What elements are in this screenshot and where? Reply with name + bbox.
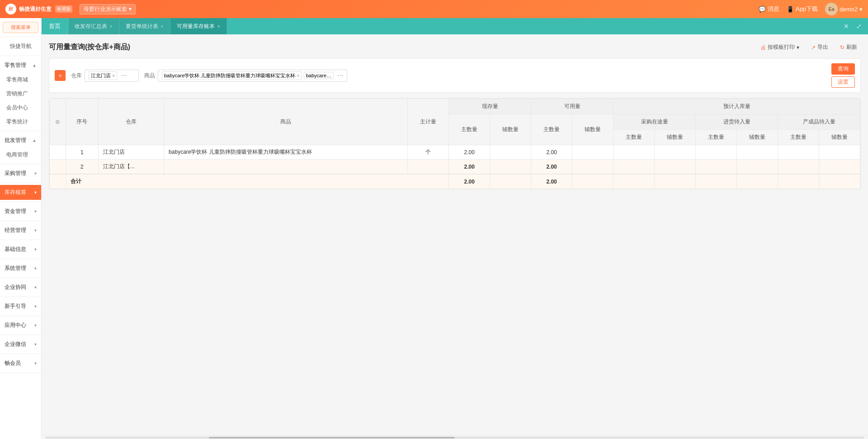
refresh-btn[interactable]: ↻ 刷新 — [836, 42, 861, 53]
sidebar-section-header-enterprise[interactable]: 企业协同 ▾ — [0, 280, 41, 295]
table-row: 1 江北门店 babycare学饮杯 儿童防摔防撞吸管杯重力球吸嘴杯宝宝水杯 个… — [50, 145, 860, 160]
sidebar-item-retail-mall[interactable]: 零售商城 — [0, 73, 41, 87]
scroll-track[interactable] — [45, 437, 864, 439]
tab-close-icon[interactable]: × — [217, 24, 220, 29]
expand-icon: » — [59, 72, 62, 79]
account-selector[interactable]: 母婴行业演示账套 ▾ — [80, 4, 136, 14]
th-avail-sub: 辅数量 — [572, 114, 613, 145]
close-window-btn[interactable]: ✕ — [841, 21, 852, 32]
sidebar-item-quick-nav[interactable]: 快捷导航 — [0, 39, 41, 54]
summary-settings-cell — [50, 174, 66, 189]
chevron-down-icon: ▾ — [34, 285, 37, 290]
filter-expand-btn[interactable]: » — [55, 70, 66, 81]
data-table-container: ⚙ 序号 仓库 商品 主计量 现存量 可用量 预计入库量 主数量 — [49, 98, 861, 189]
cell-purchase-sub — [655, 145, 696, 160]
sidebar-item-retail-stats[interactable]: 零售统计 — [0, 115, 41, 129]
chevron-down-icon: ▾ — [34, 361, 37, 366]
cell-avail-main: 2.00 — [531, 160, 572, 175]
chevron-up-icon: ▲ — [32, 138, 37, 143]
settings-btn[interactable]: 设置 — [831, 76, 855, 88]
scroll-thumb[interactable] — [209, 437, 455, 439]
product-more-btn[interactable]: ··· — [337, 72, 343, 79]
settings-icon[interactable]: ⚙ — [55, 119, 60, 125]
th-production-sub: 辅数量 — [819, 130, 860, 145]
summary-production-sub — [819, 174, 860, 189]
sidebar-section-header-app-center[interactable]: 应用中心 ▾ — [0, 318, 41, 333]
chevron-down-icon: ▾ — [859, 6, 863, 13]
cell-incoming-sub — [737, 160, 778, 175]
sidebar-section-wechat: 企业微信 ▾ — [0, 335, 41, 354]
th-production-main: 主数量 — [778, 130, 819, 145]
cell-main-unit: 个 — [408, 145, 449, 160]
product-input[interactable]: babycare学饮杯 儿童防摔防撞吸管杯重力球吸嘴杯宝宝水杯 × babyca… — [158, 70, 347, 82]
sidebar-item-member-center[interactable]: 会员中心 — [0, 101, 41, 115]
logo-icon: 好 — [5, 4, 16, 14]
sidebar-item-marketing[interactable]: 营销推广 — [0, 87, 41, 101]
tab-stock-summary[interactable]: 收发存汇总表 × — [68, 18, 119, 34]
cell-no: 2 — [66, 160, 99, 175]
sidebar-section-header-finance[interactable]: 资金管理 ▾ — [0, 204, 41, 219]
sidebar-section-header-wholesale[interactable]: 批发管理 ▲ — [0, 133, 41, 148]
sidebar-section-header-basic-info[interactable]: 基础信息 ▾ — [0, 242, 41, 257]
sidebar-section-finance: 资金管理 ▾ — [0, 202, 41, 221]
print-btn[interactable]: 🖨 按模板打印 ▾ — [757, 42, 803, 53]
th-production-label: 产成品待入量 — [778, 114, 860, 130]
sidebar-section-header-inventory[interactable]: 库存核算 ▾ — [0, 185, 41, 200]
cell-avail-sub — [572, 145, 613, 160]
user-menu[interactable]: Ea demo2 ▾ — [825, 3, 863, 15]
app-download-btn[interactable]: 📱 App下载 — [787, 5, 818, 13]
tab-close-icon[interactable]: × — [110, 24, 113, 29]
th-warehouse: 仓库 — [98, 99, 164, 145]
remove-product-tag-1-btn[interactable]: × — [297, 73, 299, 78]
tab-home[interactable]: 首页 — [42, 18, 68, 34]
sidebar-section-header-member[interactable]: 畅会员 ▾ — [0, 356, 41, 371]
query-btn[interactable]: 查询 — [831, 63, 855, 75]
tab-close-icon[interactable]: × — [161, 24, 164, 29]
sidebar-section-header-wechat[interactable]: 企业微信 ▾ — [0, 337, 41, 352]
sidebar-quick-nav: 快捷导航 — [0, 37, 41, 56]
page-actions: 🖨 按模板打印 ▾ ↗ 导出 ↻ 刷新 — [757, 42, 861, 53]
top-bar-right: 💬 消息 📱 App下载 Ea demo2 ▾ — [759, 3, 863, 15]
chevron-down-icon: ▾ — [34, 304, 37, 309]
export-btn[interactable]: ↗ 导出 — [807, 42, 832, 53]
th-main-unit: 主计量 — [408, 99, 449, 145]
search-menu-btn[interactable]: 搜索菜单 — [3, 22, 38, 33]
summary-purchase-main — [613, 174, 655, 189]
horizontal-scrollbar[interactable] — [42, 435, 868, 439]
cell-incoming-main — [696, 145, 737, 160]
download-icon: 📱 — [787, 6, 794, 13]
print-icon: 🖨 — [760, 44, 766, 51]
th-no: 序号 — [66, 99, 99, 145]
sidebar-section-retail: 零售管理 ▲ 零售商城 营销推广 会员中心 零售统计 — [0, 56, 41, 131]
tab-order-stats[interactable]: 要货单统计表 × — [119, 18, 170, 34]
sidebar-section-wholesale: 批发管理 ▲ 电商管理 — [0, 131, 41, 164]
message-btn[interactable]: 💬 消息 — [759, 5, 779, 13]
warehouse-input[interactable]: 江北门店 × ··· — [85, 70, 139, 82]
th-incoming-main: 主数量 — [696, 130, 737, 145]
th-forecast-group: 预计入库量 — [613, 99, 860, 114]
sidebar-section-header-retail[interactable]: 零售管理 ▲ — [0, 58, 41, 73]
maximize-icon: ⤢ — [856, 23, 862, 30]
sidebar-section-basic-info: 基础信息 ▾ — [0, 240, 41, 259]
summary-label-cell: 合计 — [66, 174, 449, 189]
sidebar-section-header-operations[interactable]: 经营管理 ▾ — [0, 223, 41, 238]
sidebar-section-header-system[interactable]: 系统管理 ▾ — [0, 261, 41, 276]
summary-incoming-main — [696, 174, 737, 189]
summary-row: 合计 2.00 2.00 — [50, 174, 860, 189]
maximize-window-btn[interactable]: ⤢ — [854, 21, 864, 32]
chevron-down-icon: ▾ — [34, 228, 37, 233]
sidebar-item-ecommerce[interactable]: 电商管理 — [0, 148, 41, 162]
cell-production-main — [778, 160, 819, 175]
cell-purchase-sub — [655, 160, 696, 175]
tab-available-inventory[interactable]: 可用量库存账本 × — [170, 18, 227, 34]
cell-incoming-sub — [737, 145, 778, 160]
warehouse-more-btn[interactable]: ··· — [121, 72, 127, 79]
chevron-down-icon: ▾ — [34, 323, 37, 328]
sidebar-section-header-guide[interactable]: 新手引导 ▾ — [0, 299, 41, 314]
sidebar-section-header-purchase[interactable]: 采购管理 ▾ — [0, 166, 41, 181]
warehouse-filter: 仓库 江北门店 × ··· — [71, 70, 139, 82]
remove-warehouse-tag-btn[interactable]: × — [112, 73, 115, 78]
product-filter: 商品 babycare学饮杯 儿童防摔防撞吸管杯重力球吸嘴杯宝宝水杯 × bab… — [144, 70, 347, 82]
chevron-down-icon: ▾ — [34, 342, 37, 347]
cell-stock-sub — [490, 145, 531, 160]
